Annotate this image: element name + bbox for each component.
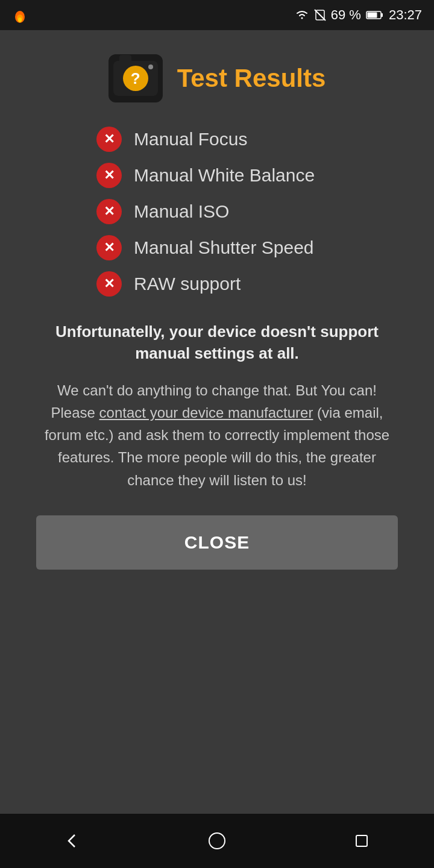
test-label-shutter: Manual Shutter Speed xyxy=(134,237,314,258)
back-button[interactable] xyxy=(57,826,87,856)
recents-button[interactable] xyxy=(347,826,377,856)
test-items-list: ✕ Manual Focus ✕ Manual White Balance ✕ … xyxy=(36,127,398,297)
camera-dot xyxy=(148,64,153,69)
svg-rect-7 xyxy=(381,13,383,17)
test-item-shutter: ✕ Manual Shutter Speed xyxy=(96,235,398,260)
contact-link[interactable]: contact your device manufacturer xyxy=(99,404,313,421)
wifi-icon xyxy=(295,10,309,20)
flame-icon xyxy=(11,6,29,24)
fail-icon-raw: ✕ xyxy=(96,271,122,297)
svg-rect-6 xyxy=(367,13,377,18)
fail-icon-shutter: ✕ xyxy=(96,235,122,260)
test-label-manual-focus: Manual Focus xyxy=(134,129,247,149)
no-sim-icon xyxy=(314,9,326,21)
test-label-white-balance: Manual White Balance xyxy=(134,165,315,186)
svg-point-8 xyxy=(209,833,225,849)
time: 23:27 xyxy=(389,7,422,23)
warning-bold-text: Unfortunatelly, your device doesn't supp… xyxy=(36,321,398,365)
test-label-iso: Manual ISO xyxy=(134,201,229,222)
test-item-manual-focus: ✕ Manual Focus xyxy=(96,127,398,152)
svg-rect-9 xyxy=(356,835,367,846)
test-item-raw: ✕ RAW support xyxy=(96,271,398,297)
warning-message: Unfortunatelly, your device doesn't supp… xyxy=(36,321,398,491)
test-item-iso: ✕ Manual ISO xyxy=(96,199,398,224)
camera-body: ? xyxy=(113,61,158,96)
fail-icon-iso: ✕ xyxy=(96,199,122,224)
status-icons: 69 % 23:27 xyxy=(295,7,422,23)
bottom-nav xyxy=(0,814,434,868)
status-bar: 69 % 23:27 xyxy=(0,0,434,30)
app-icon: ? xyxy=(108,54,163,102)
battery-icon xyxy=(366,10,384,20)
battery-percentage: 69 % xyxy=(331,7,361,23)
test-label-raw: RAW support xyxy=(134,274,241,294)
fail-icon-manual-focus: ✕ xyxy=(96,127,122,152)
page-title: Test Results xyxy=(177,64,326,93)
svg-point-2 xyxy=(18,17,22,22)
fail-icon-white-balance: ✕ xyxy=(96,163,122,188)
close-button[interactable]: CLOSE xyxy=(36,515,398,570)
camera-bump xyxy=(119,55,131,62)
header: ? Test Results xyxy=(108,54,326,102)
home-button[interactable] xyxy=(202,826,232,856)
test-item-white-balance: ✕ Manual White Balance xyxy=(96,163,398,188)
warning-normal-text: We can't do anything to change that. But… xyxy=(36,379,398,491)
camera-lens: ? xyxy=(123,66,148,91)
main-content: ? Test Results ✕ Manual Focus ✕ Manual W… xyxy=(0,30,434,814)
